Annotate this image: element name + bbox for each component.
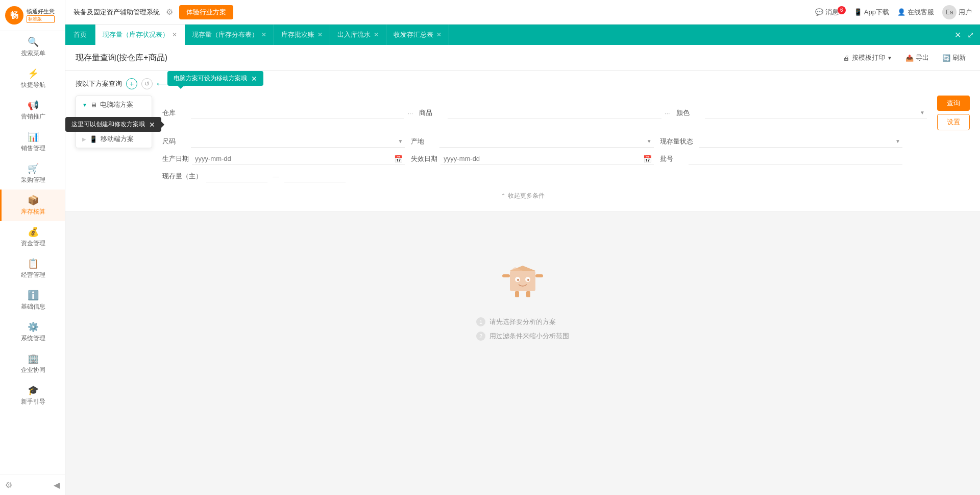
print-icon: 🖨 (843, 54, 850, 62)
warehouse-input-wrap (191, 107, 404, 119)
filter-row-4: 现存量（主） — (162, 170, 970, 182)
tab-close-in-out-flow[interactable]: ✕ (374, 31, 379, 38)
messages-button[interactable]: 💬 消息 6 (815, 8, 846, 17)
tooltip1-close[interactable]: ✕ (251, 75, 257, 83)
field-prod-date: 生产日期 📅 (162, 153, 405, 165)
sidebar-item-quick-nav[interactable]: ⚡ 快捷导航 (0, 63, 65, 95)
print-button[interactable]: 🖨 按模板打印 ▼ (839, 51, 896, 64)
field-stock-qty: 现存量（主） — (162, 170, 366, 182)
tab-close-inventory-distribution[interactable]: ✕ (261, 31, 266, 38)
color-select-wrap: ▼ (705, 107, 927, 119)
prod-date-from-calendar-icon[interactable]: 📅 (394, 155, 405, 163)
sidebar-logo: 畅 畅通好生意 标准版 (0, 0, 65, 31)
field-warehouse: 仓库 ··· (162, 107, 413, 119)
sidebar-item-marketing[interactable]: 📢 营销推广 (0, 95, 65, 126)
tab-close-receive-summary[interactable]: ✕ (436, 31, 442, 38)
filter-refresh-button[interactable]: ↺ (141, 78, 153, 89)
filter-header: 按以下方案查询 + ↺ ⟵ 电脑方案可设为移动方案哦 ✕ 这里可以创建和修改方案… (76, 78, 970, 89)
avatar: Ea (942, 5, 957, 19)
online-support-button[interactable]: 👤 在线客服 (897, 8, 934, 17)
settings-bottom-icon[interactable]: ⚙ (5, 480, 12, 490)
svg-rect-8 (535, 274, 543, 277)
svg-rect-0 (510, 271, 535, 291)
prod-date-from-input[interactable] (192, 153, 394, 164)
stock-status-input[interactable] (699, 135, 895, 147)
tab-close-batch-ledger[interactable]: ✕ (317, 31, 323, 38)
prod-date-from-wrap: 📅 (192, 153, 405, 165)
finance-icon: 💰 (28, 226, 39, 238)
scheme-pc-item[interactable]: ▼ 🖥 电脑端方案 (76, 96, 152, 113)
sidebar-item-guide[interactable]: 🎓 新手引导 (0, 380, 65, 411)
expire-date-from-input[interactable] (440, 153, 643, 164)
tab-action-close-icon[interactable]: ✕ (952, 29, 963, 41)
sidebar-item-finance[interactable]: 💰 资金管理 (0, 221, 65, 253)
search-nav-icon: 🔍 (28, 36, 39, 48)
goods-input-wrap (448, 107, 661, 119)
tab-in-out-flow[interactable]: 出入库流水 ✕ (330, 25, 386, 45)
tab-batch-ledger[interactable]: 库存批次账 ✕ (274, 25, 330, 45)
settings-button[interactable]: 设置 (937, 114, 970, 130)
sidebar-item-basic-info[interactable]: ℹ️ 基础信息 (0, 285, 65, 316)
size-chevron-icon: ▼ (398, 138, 405, 144)
svg-rect-6 (526, 291, 530, 297)
tab-home[interactable]: 首页 (65, 25, 95, 45)
tab-inventory-status[interactable]: 现存量（库存状况表） ✕ (95, 25, 185, 45)
export-button[interactable]: 📤 导出 (901, 51, 933, 64)
header-left: 装备及固定资产辅助管理系统 ⚙ 体验行业方案 (74, 5, 233, 19)
collapse-sidebar-icon[interactable]: ◀ (54, 480, 60, 490)
user-avatar-button[interactable]: Ea 用户 (942, 5, 972, 19)
phone-icon: 📱 (854, 8, 862, 16)
header-settings-icon[interactable]: ⚙ (166, 7, 173, 17)
stock-qty-to-input[interactable] (284, 170, 346, 182)
main-area: 装备及固定资产辅助管理系统 ⚙ 体验行业方案 💬 消息 6 📱 App下载 👤 … (65, 0, 980, 495)
system-icon: ⚙️ (28, 321, 39, 333)
warehouse-dots-icon[interactable]: ··· (407, 109, 413, 117)
sidebar-item-purchase[interactable]: 🛒 采购管理 (0, 158, 65, 190)
sidebar-item-system[interactable]: ⚙️ 系统管理 (0, 316, 65, 348)
tab-close-inventory-status[interactable]: ✕ (172, 31, 177, 38)
tooltip-scheme-hint2: 这里可以创建和修改方案哦 ✕ (65, 117, 161, 132)
goods-dots-icon[interactable]: ··· (665, 109, 670, 117)
refresh-button[interactable]: 🔄 刷新 (938, 51, 970, 64)
page-header: 现存量查询(按仓库+商品) 🖨 按模板打印 ▼ 📤 导出 🔄 刷新 (65, 45, 980, 71)
header-right: 💬 消息 6 📱 App下载 👤 在线客服 Ea 用户 (815, 5, 972, 19)
purchase-icon: 🛒 (28, 163, 39, 174)
filter-add-button[interactable]: + (126, 78, 137, 89)
sidebar-item-search[interactable]: 🔍 搜索菜单 (0, 31, 65, 63)
trial-button[interactable]: 体验行业方案 (179, 5, 233, 19)
tab-inventory-distribution[interactable]: 现存量（库存分布表） ✕ (185, 25, 274, 45)
filter-row-3: 生产日期 📅 失效日期 📅 批号 (162, 153, 970, 165)
sidebar-item-inventory[interactable]: 📦 库存核算 (0, 190, 65, 221)
filter-arrow-icon[interactable]: ⟵ (157, 80, 167, 88)
filter-buttons: 查询 设置 (937, 96, 970, 130)
chevron-right-icon: ▶ (82, 136, 86, 142)
sidebar-item-sales[interactable]: 📊 销售管理 (0, 126, 65, 158)
tab-receive-summary[interactable]: 收发存汇总表 ✕ (386, 25, 449, 45)
tooltip2-close[interactable]: ✕ (149, 121, 155, 129)
expire-date-from-calendar-icon[interactable]: 📅 (643, 155, 654, 163)
app-download-button[interactable]: 📱 App下载 (854, 8, 889, 17)
inventory-icon: 📦 (28, 195, 39, 206)
sidebar-nav: 🔍 搜索菜单 ⚡ 快捷导航 📢 营销推广 📊 销售管理 🛒 采购管理 📦 库存核… (0, 31, 65, 475)
top-header: 装备及固定资产辅助管理系统 ⚙ 体验行业方案 💬 消息 6 📱 App下载 👤 … (65, 0, 980, 25)
sales-icon: 📊 (28, 131, 39, 143)
messages-label: 消息 (825, 8, 839, 17)
tab-action-expand-icon[interactable]: ⤢ (965, 29, 976, 41)
stock-status-chevron-icon: ▼ (895, 138, 902, 144)
field-expire-date: 失效日期 📅 (411, 153, 653, 165)
collapse-filter-button[interactable]: ⌃ 收起更多条件 (76, 187, 970, 204)
size-input[interactable] (191, 135, 398, 147)
search-button[interactable]: 查询 (937, 96, 970, 111)
page-actions: 🖨 按模板打印 ▼ 📤 导出 🔄 刷新 (839, 51, 970, 64)
scheme-mobile-item[interactable]: ▶ 📱 移动端方案 (76, 130, 152, 148)
stock-qty-from-input[interactable] (206, 170, 267, 182)
sidebar-item-enterprise[interactable]: 🏢 企业协同 (0, 348, 65, 380)
chevron-down-icon: ▼ (82, 102, 87, 108)
sidebar-item-operations[interactable]: 📋 经营管理 (0, 253, 65, 285)
batch-no-input[interactable] (689, 153, 902, 165)
warehouse-input[interactable] (191, 107, 404, 119)
origin-input[interactable] (439, 135, 646, 147)
filter-fields: 仓库 ··· 商品 ··· 颜色 (162, 96, 970, 182)
goods-input[interactable] (448, 107, 661, 119)
color-input[interactable] (705, 107, 920, 119)
